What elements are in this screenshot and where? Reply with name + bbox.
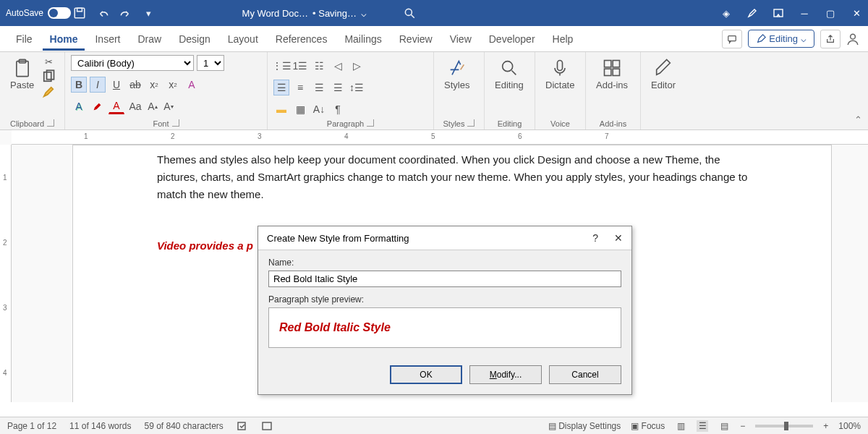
show-marks-button[interactable]: ¶	[330, 101, 346, 117]
font-size-select[interactable]: 11	[197, 55, 224, 71]
shading-button[interactable]: ▬	[273, 101, 289, 117]
align-left-button[interactable]: ☰	[273, 80, 289, 95]
bold-button[interactable]: B	[71, 77, 87, 93]
tab-file[interactable]: File	[9, 27, 40, 51]
multilevel-button[interactable]: ☷	[311, 58, 327, 74]
justify-button[interactable]: ☰	[330, 80, 346, 95]
tab-draw[interactable]: Draw	[130, 27, 169, 51]
zoom-slider[interactable]	[755, 425, 813, 427]
tab-view[interactable]: View	[443, 27, 479, 51]
italic-button[interactable]: I	[90, 77, 106, 93]
zoom-in-icon[interactable]: +	[823, 421, 828, 431]
ok-button[interactable]: OK	[390, 365, 462, 384]
modify-button[interactable]: Modify...	[469, 365, 542, 384]
bullets-button[interactable]: ⋮☰	[273, 58, 289, 74]
superscript-button[interactable]: x2	[165, 77, 181, 93]
tab-developer[interactable]: Developer	[482, 27, 542, 51]
char-count[interactable]: 59 of 840 characters	[144, 421, 223, 431]
tab-home[interactable]: Home	[43, 27, 85, 51]
document-title[interactable]: My Word Doc… • Saving… ⌵	[242, 8, 367, 19]
editing-mode-button[interactable]: Editing ⌵	[748, 30, 814, 48]
strikethrough-button[interactable]: ab	[127, 77, 143, 93]
page-indicator[interactable]: Page 1 of 12	[7, 421, 56, 431]
close-icon[interactable]: ✕	[614, 232, 623, 244]
editor-button[interactable]: Editor	[647, 55, 680, 93]
diamond-icon[interactable]: ◈	[720, 7, 732, 19]
qat-dropdown-icon[interactable]: ▾	[142, 7, 156, 20]
text-effects-button[interactable]: A	[71, 98, 87, 114]
focus-mode[interactable]: ▣ Focus	[631, 421, 665, 431]
increase-indent-button[interactable]: ▷	[349, 58, 365, 74]
help-icon[interactable]: ?	[592, 232, 598, 244]
ruler-tick: 4	[344, 132, 349, 140]
subscript-button[interactable]: x2	[146, 77, 162, 93]
focus-label: Focus	[642, 421, 665, 431]
shrink-font-button[interactable]: A▾	[162, 98, 175, 114]
accessibility-icon[interactable]	[261, 420, 273, 432]
align-right-button[interactable]: ☰	[311, 80, 327, 95]
style-name-input[interactable]	[268, 271, 621, 287]
editing-find-button[interactable]: Editing	[490, 55, 528, 93]
font-name-select[interactable]: Calibri (Body)	[71, 55, 194, 71]
cut-icon[interactable]: ✂	[41, 55, 56, 68]
styles-launcher-icon[interactable]	[467, 119, 475, 127]
styles-button[interactable]: Styles	[440, 55, 474, 93]
tab-design[interactable]: Design	[171, 27, 218, 51]
format-painter-icon[interactable]	[41, 85, 56, 98]
autosave-toggle[interactable]: AutoSave On	[6, 7, 64, 19]
zoom-level[interactable]: 100%	[838, 421, 861, 431]
body-paragraph[interactable]: Themes and styles also help keep your do…	[157, 151, 752, 203]
share-button[interactable]	[820, 30, 841, 48]
zoom-out-icon[interactable]: −	[740, 421, 745, 431]
ribbon-display-icon[interactable]	[773, 7, 784, 19]
paragraph-launcher-icon[interactable]	[367, 119, 374, 127]
borders-button[interactable]: ▦	[292, 101, 308, 117]
numbering-button[interactable]: 1☰	[292, 58, 308, 74]
dictate-button[interactable]: Dictate	[541, 55, 579, 93]
clipboard-launcher-icon[interactable]	[47, 119, 54, 127]
spellcheck-icon[interactable]	[237, 420, 248, 432]
account-icon[interactable]	[846, 33, 859, 46]
tab-layout[interactable]: Layout	[221, 27, 265, 51]
styles-btn-label: Styles	[444, 80, 469, 90]
display-settings[interactable]: ▤ Display Settings	[548, 421, 621, 431]
tab-insert[interactable]: Insert	[88, 27, 127, 51]
close-icon[interactable]: ✕	[851, 7, 862, 19]
dialog-titlebar[interactable]: Create New Style from Formatting ? ✕	[258, 226, 631, 250]
read-mode-icon[interactable]: ▥	[675, 420, 686, 432]
line-spacing-button[interactable]: ↕☰	[349, 80, 365, 95]
web-layout-icon[interactable]: ▤	[718, 420, 730, 432]
highlight-button[interactable]	[90, 98, 106, 114]
align-center-button[interactable]: ≡	[292, 80, 308, 95]
cancel-button[interactable]: Cancel	[549, 365, 621, 384]
font-launcher-icon[interactable]	[172, 119, 179, 127]
vertical-ruler[interactable]: 1 2 3 4	[0, 145, 12, 402]
redo-icon[interactable]	[119, 7, 132, 20]
comments-button[interactable]	[722, 30, 742, 48]
minimize-icon[interactable]: ─	[799, 7, 810, 19]
maximize-icon[interactable]: ▢	[825, 7, 836, 19]
change-case-button[interactable]: Aa	[127, 98, 143, 114]
decrease-indent-button[interactable]: ◁	[330, 58, 346, 74]
tab-mailings[interactable]: Mailings	[337, 27, 388, 51]
brush-icon[interactable]	[746, 7, 758, 19]
tab-references[interactable]: References	[268, 27, 335, 51]
print-layout-icon[interactable]: ☰	[697, 420, 708, 432]
addins-button[interactable]: Add-ins	[592, 55, 632, 93]
sort-button[interactable]: A↓	[311, 101, 327, 117]
font-color-button[interactable]: A	[109, 98, 124, 114]
collapse-ribbon-icon[interactable]: ⌃	[854, 114, 862, 125]
save-icon[interactable]	[73, 7, 86, 20]
word-count[interactable]: 11 of 146 words	[69, 421, 131, 431]
grow-font-button[interactable]: A▴	[146, 98, 159, 114]
horizontal-ruler[interactable]: 1 2 3 4 5 6 7	[12, 130, 868, 145]
font-label: Font	[153, 119, 169, 128]
tab-review[interactable]: Review	[392, 27, 440, 51]
underline-button[interactable]: U	[109, 77, 124, 93]
search-icon[interactable]	[403, 7, 416, 20]
copy-icon[interactable]	[41, 70, 56, 83]
clear-format-button[interactable]: A	[184, 77, 200, 93]
undo-icon[interactable]	[96, 7, 109, 20]
paste-button[interactable]: Paste	[6, 55, 38, 93]
tab-help[interactable]: Help	[545, 27, 581, 51]
